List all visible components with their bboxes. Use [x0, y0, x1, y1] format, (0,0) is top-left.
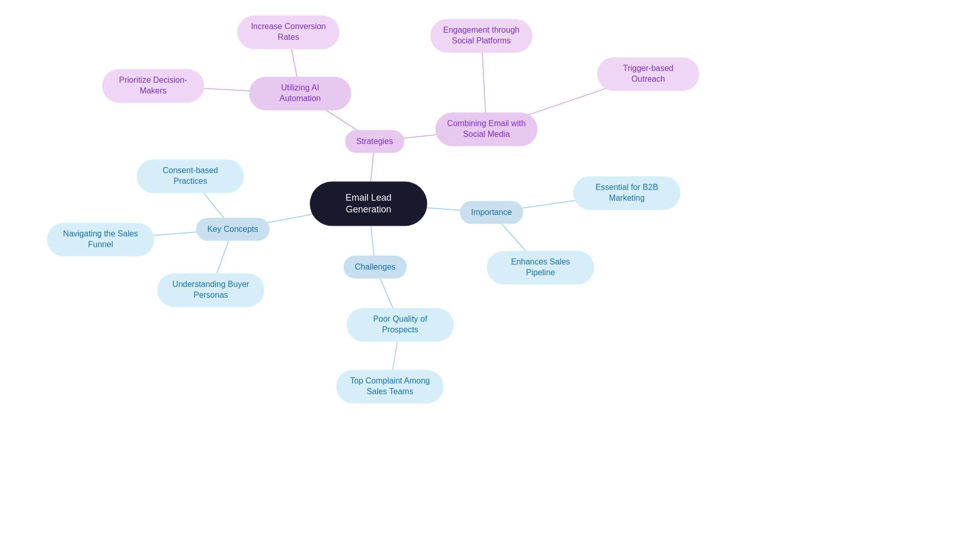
node-engagement-social: Engagement through Social Platforms — [430, 19, 532, 53]
node-enhances-pipeline: Enhances Sales Pipeline — [487, 251, 594, 284]
node-trigger-based: Trigger-based Outreach — [597, 57, 699, 91]
node-navigating-funnel: Navigating the Sales Funnel — [47, 223, 154, 256]
node-strategies: Strategies — [345, 130, 404, 153]
node-poor-quality: Poor Quality of Prospects — [347, 308, 454, 342]
node-top-complaint: Top Complaint Among Sales Teams — [336, 370, 444, 403]
node-consent-based: Consent-based Practices — [137, 159, 244, 193]
node-combining-email: Combining Email with Social Media — [435, 112, 537, 146]
node-key-concepts: Key Concepts — [196, 218, 270, 241]
node-challenges: Challenges — [344, 256, 407, 279]
node-increase-conversion: Increase Conversion Rates — [237, 15, 339, 49]
node-email-lead-gen: Email Lead Generation — [310, 182, 427, 226]
node-understanding-buyer: Understanding Buyer Personas — [157, 273, 264, 307]
node-importance: Importance — [460, 201, 523, 224]
node-utilizing-ai: Utilizing AI Automation — [249, 77, 351, 110]
node-prioritize-decision: Prioritize Decision-Makers — [102, 69, 204, 103]
node-essential-b2b: Essential for B2B Marketing — [573, 176, 680, 210]
